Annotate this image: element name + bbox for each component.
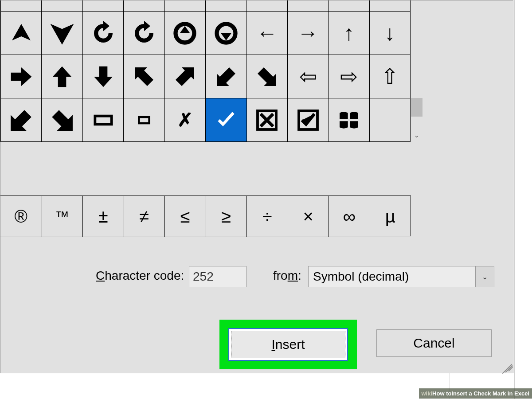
svg-rect-16: [95, 116, 111, 124]
symbol-arrow-downleft-bold[interactable]: [205, 55, 246, 98]
symbol-row: ⇦ ⇨ ⇧: [0, 55, 410, 98]
symbol-x-box[interactable]: [246, 98, 287, 141]
dialog-button-row: Insert Cancel: [0, 329, 513, 369]
recent-registered[interactable]: ®: [0, 196, 42, 237]
symbol-arrow-right[interactable]: →: [287, 11, 328, 55]
symbol-cell[interactable]: [0, 0, 41, 11]
watermark-text: wikiHow to Insert a Check Mark in Excel: [419, 388, 532, 399]
symbol-arrow-up-outline2[interactable]: ⇧: [369, 55, 410, 98]
symbol-row: ← → ↑ ↓: [0, 11, 410, 55]
symbol-row-partial: [0, 0, 410, 11]
symbol-cell[interactable]: [369, 0, 410, 11]
from-dropdown-value: Symbol (decimal): [309, 270, 475, 284]
symbol-arrow-left[interactable]: ←: [246, 11, 287, 55]
resize-grip-icon[interactable]: [500, 360, 512, 372]
symbol-rectangle[interactable]: [82, 98, 123, 141]
symbol-arrow-up[interactable]: ↑: [328, 11, 369, 55]
symbol-cell[interactable]: [328, 0, 369, 11]
from-label: from:: [273, 269, 301, 283]
symbol-arrow-down-outline[interactable]: [41, 11, 82, 55]
symbol-cell-empty[interactable]: [369, 98, 410, 141]
recent-infinity[interactable]: ∞: [329, 196, 370, 237]
svg-marker-7: [11, 67, 31, 86]
chevron-down-icon[interactable]: ⌄: [475, 266, 494, 287]
symbol-arrow-upright-bold[interactable]: [164, 55, 205, 98]
svg-rect-17: [139, 117, 149, 123]
svg-marker-6: [221, 33, 231, 40]
controls-row: Character code: from: Symbol (decimal) ⌄: [0, 269, 513, 291]
symbol-arrow-downleft-outline[interactable]: [0, 98, 41, 141]
symbol-arrow-down[interactable]: ↓: [369, 11, 410, 55]
recent-greater-equal[interactable]: ≥: [206, 196, 247, 237]
symbol-row: ✗: [0, 98, 410, 141]
svg-marker-13: [258, 67, 276, 86]
symbol-circle-arrow-up[interactable]: [164, 11, 205, 55]
symbol-cell[interactable]: [164, 0, 205, 11]
symbol-arrow-upleft-bold[interactable]: [123, 55, 164, 98]
svg-marker-0: [12, 24, 31, 40]
insert-button[interactable]: Insert: [231, 331, 345, 358]
recent-trademark[interactable]: ™: [42, 196, 83, 237]
symbol-circle-arrow-down[interactable]: [205, 11, 246, 55]
insert-button-focus: Insert: [228, 328, 348, 361]
svg-marker-10: [135, 67, 153, 86]
scrollbar[interactable]: ⌄: [411, 0, 422, 141]
svg-marker-12: [217, 67, 235, 86]
wikihow-watermark: wikiHow to Insert a Check Mark in Excel: [0, 387, 532, 399]
symbol-windows-logo[interactable]: [329, 98, 369, 141]
svg-marker-11: [176, 67, 194, 86]
symbol-arrow-right-outline[interactable]: ⇨: [328, 55, 369, 98]
cancel-button[interactable]: Cancel: [376, 329, 492, 357]
recent-multiply[interactable]: ×: [288, 196, 329, 237]
symbol-cell[interactable]: [287, 0, 328, 11]
scrollbar-thumb[interactable]: [411, 98, 422, 117]
svg-marker-15: [54, 112, 72, 129]
symbol-arrow-up-bold[interactable]: [41, 55, 82, 98]
svg-marker-8: [53, 66, 71, 87]
symbol-arrow-right-bold[interactable]: [0, 55, 41, 98]
symbol-arrow-up-outline[interactable]: [0, 11, 41, 55]
svg-marker-14: [12, 112, 30, 129]
symbol-cell[interactable]: [82, 0, 123, 11]
svg-marker-9: [94, 66, 113, 87]
recent-not-equal[interactable]: ≠: [124, 196, 165, 237]
symbol-cell[interactable]: [246, 0, 287, 11]
symbol-arrow-left-outline[interactable]: ⇦: [287, 55, 328, 98]
recent-symbols-grid: ® ™ ± ≠ ≤ ≥ ÷ × ∞ µ: [0, 196, 411, 236]
separator: [0, 319, 513, 319]
symbol-cell[interactable]: [123, 0, 164, 11]
recent-less-equal[interactable]: ≤: [164, 196, 206, 237]
from-dropdown[interactable]: Symbol (decimal) ⌄: [308, 266, 494, 287]
recent-plus-minus[interactable]: ±: [82, 196, 124, 237]
symbol-arrow-downright-outline[interactable]: [41, 98, 82, 141]
recent-micro[interactable]: µ: [370, 196, 411, 237]
symbol-x-mark[interactable]: ✗: [164, 98, 205, 141]
character-code-input[interactable]: [189, 266, 246, 287]
symbol-circle-arrow-left[interactable]: [82, 11, 123, 55]
svg-marker-4: [180, 26, 190, 33]
symbol-grid: ← → ↑ ↓ ⇦ ⇨ ⇧ ✗: [0, 0, 411, 142]
symbol-check-box[interactable]: [287, 98, 328, 141]
symbol-dialog: ← → ↑ ↓ ⇦ ⇨ ⇧ ✗: [0, 0, 513, 373]
symbol-arrow-down-bold[interactable]: [82, 55, 123, 98]
symbol-arrow-downright-bold[interactable]: [246, 55, 287, 98]
symbol-rectangle-small[interactable]: [123, 98, 164, 141]
recent-divide[interactable]: ÷: [246, 196, 288, 237]
symbol-cell[interactable]: [41, 0, 82, 11]
character-code-label: Character code:: [96, 269, 184, 283]
symbol-circle-arrow-right[interactable]: [123, 11, 164, 55]
symbol-cell[interactable]: [205, 0, 246, 11]
symbol-check-mark[interactable]: [205, 98, 246, 141]
tutorial-highlight: Insert: [219, 320, 357, 369]
scrollbar-down-icon[interactable]: ⌄: [411, 129, 422, 141]
